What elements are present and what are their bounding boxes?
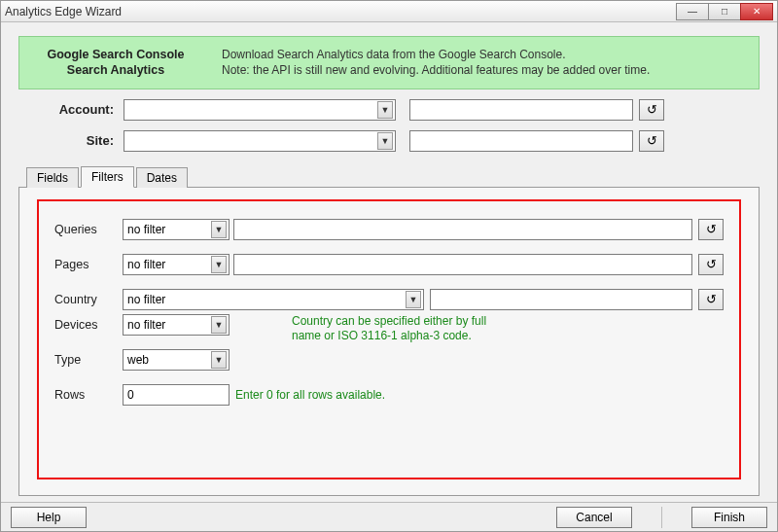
type-select[interactable]: web ▼ — [123, 349, 230, 371]
tabs: Fields Filters Dates — [18, 165, 760, 188]
pages-label: Pages — [54, 258, 123, 271]
devices-label: Devices — [54, 318, 123, 332]
queries-mode-select[interactable]: no filter ▼ — [123, 219, 230, 240]
pages-value-input[interactable] — [233, 254, 692, 275]
chevron-down-icon: ▼ — [377, 132, 393, 150]
account-label: Account: — [18, 102, 124, 117]
chevron-down-icon: ▼ — [211, 256, 227, 273]
close-icon: ✕ — [753, 6, 760, 17]
help-button-label: Help — [37, 511, 61, 524]
country-value-input[interactable] — [430, 289, 692, 310]
country-mode-value: no filter — [127, 293, 165, 306]
tab-fields[interactable]: Fields — [26, 167, 79, 188]
finish-button[interactable]: Finish — [691, 507, 767, 528]
minimize-icon: — — [688, 6, 697, 17]
type-value: web — [127, 353, 149, 367]
site-row: Site: ▼ ↺ — [18, 130, 760, 152]
chevron-down-icon: ▼ — [211, 316, 227, 334]
rows-input[interactable] — [123, 384, 230, 406]
help-button[interactable]: Help — [11, 507, 87, 528]
banner-title-line2: Search Analytics — [33, 62, 198, 78]
devices-mode-select[interactable]: no filter ▼ — [123, 314, 230, 336]
account-text-input[interactable] — [409, 99, 633, 121]
queries-mode-value: no filter — [127, 223, 165, 236]
pages-mode-value: no filter — [127, 258, 165, 271]
country-reset-button[interactable]: ↺ — [698, 289, 724, 310]
chevron-down-icon: ▼ — [211, 351, 227, 369]
reset-icon: ↺ — [647, 102, 657, 117]
reset-icon: ↺ — [706, 222, 717, 236]
type-row: Type web ▼ — [54, 349, 724, 371]
rows-hint: Enter 0 for all rows available. — [235, 388, 385, 402]
footer: Help Cancel Finish — [1, 502, 777, 531]
window-controls: — □ ✕ — [677, 3, 773, 20]
chevron-down-icon: ▼ — [406, 291, 421, 308]
footer-separator — [661, 507, 662, 528]
country-hint-line2: name or ISO 3116-1 alpha-3 code. — [292, 329, 525, 344]
tab-filters[interactable]: Filters — [81, 166, 134, 188]
rows-label: Rows — [54, 388, 123, 402]
account-row: Account: ▼ ↺ — [18, 99, 760, 121]
account-reset-button[interactable]: ↺ — [639, 99, 664, 121]
account-select[interactable]: ▼ — [124, 99, 396, 121]
reset-icon: ↺ — [706, 257, 717, 271]
filters-group: Queries no filter ▼ ↺ Pages no filter ▼ — [37, 199, 741, 480]
country-mode-select[interactable]: no filter ▼ — [123, 289, 424, 310]
banner-description: Download Search Analytics data from the … — [222, 47, 650, 78]
info-banner: Google Search Console Search Analytics D… — [18, 36, 760, 89]
site-reset-button[interactable]: ↺ — [639, 130, 664, 152]
chevron-down-icon: ▼ — [211, 221, 227, 238]
queries-row: Queries no filter ▼ ↺ — [54, 219, 724, 240]
chevron-down-icon: ▼ — [377, 101, 393, 119]
finish-button-label: Finish — [714, 511, 745, 524]
pages-mode-select[interactable]: no filter ▼ — [123, 254, 230, 275]
maximize-button[interactable]: □ — [708, 3, 741, 20]
banner-title-line1: Google Search Console — [33, 47, 198, 62]
pages-row: Pages no filter ▼ ↺ — [54, 254, 724, 275]
devices-mode-value: no filter — [127, 318, 165, 332]
pages-reset-button[interactable]: ↺ — [698, 254, 724, 275]
type-label: Type — [54, 353, 123, 367]
banner-desc-line1: Download Search Analytics data from the … — [222, 47, 650, 62]
tab-dates[interactable]: Dates — [136, 167, 188, 188]
maximize-icon: □ — [722, 6, 727, 17]
site-text-input[interactable] — [409, 130, 633, 152]
country-hint: Country can be specified either by full … — [292, 314, 525, 344]
reset-icon: ↺ — [706, 292, 717, 306]
cancel-button-label: Cancel — [576, 511, 612, 524]
content-area: Google Search Console Search Analytics D… — [1, 22, 777, 502]
tab-filters-pane: Queries no filter ▼ ↺ Pages no filter ▼ — [18, 188, 760, 497]
site-select[interactable]: ▼ — [124, 130, 396, 152]
banner-desc-line2: Note: the API is still new and evolving.… — [222, 62, 650, 78]
site-label: Site: — [18, 133, 124, 148]
reset-icon: ↺ — [647, 133, 657, 148]
country-hint-line1: Country can be specified either by full — [292, 314, 525, 330]
country-row: Country no filter ▼ ↺ — [54, 289, 724, 310]
country-label: Country — [54, 293, 123, 306]
minimize-button[interactable]: — — [676, 3, 709, 20]
devices-row: Devices no filter ▼ — [54, 314, 233, 336]
queries-value-input[interactable] — [233, 219, 692, 240]
cancel-button[interactable]: Cancel — [556, 507, 632, 528]
rows-row: Rows Enter 0 for all rows available. — [54, 384, 724, 406]
queries-label: Queries — [54, 223, 123, 236]
window-title: Analytics Edge Wizard — [5, 5, 677, 18]
queries-reset-button[interactable]: ↺ — [698, 219, 724, 240]
titlebar: Analytics Edge Wizard — □ ✕ — [1, 1, 777, 22]
close-button[interactable]: ✕ — [740, 3, 773, 20]
banner-title: Google Search Console Search Analytics — [33, 47, 198, 79]
wizard-window: Analytics Edge Wizard — □ ✕ Google Searc… — [0, 0, 778, 532]
devices-and-hint-row: Devices no filter ▼ Country can be speci… — [54, 314, 724, 349]
